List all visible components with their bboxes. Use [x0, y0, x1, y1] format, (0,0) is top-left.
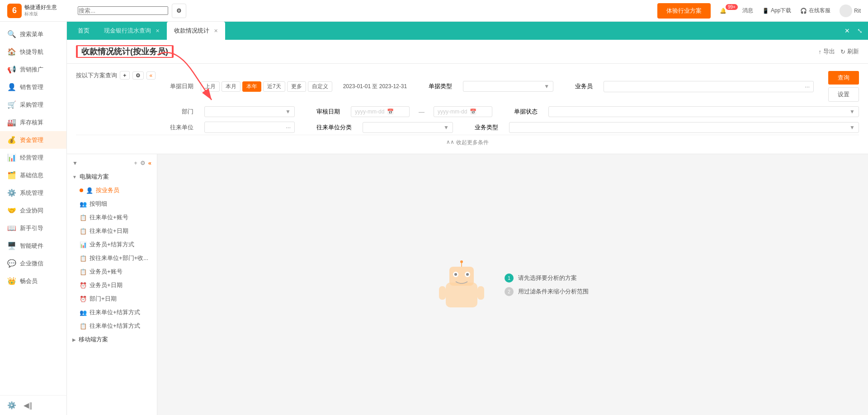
chart-icon-1: 📊 [80, 241, 87, 248]
svg-point-6 [466, 273, 469, 276]
sidebar-item-hardware[interactable]: 🖥️ 智能硬件 [0, 237, 66, 255]
left-panel: ▼ + ⚙ « ▼ 电脑端方案 👤 [67, 154, 157, 415]
tree-item-detail[interactable]: 👥 按明细 [67, 197, 157, 211]
tree-section-mobile: ▶ 移动端方案 [67, 333, 157, 346]
tab-collection-stat-close[interactable]: ✕ [214, 28, 218, 34]
sidebar-item-guide[interactable]: 📖 新手引导 [0, 219, 66, 237]
sidebar-item-member[interactable]: 👑 畅会员 [0, 272, 66, 290]
more-dots-salesperson: ··· [805, 83, 810, 90]
settings-btn[interactable]: 设置 [828, 87, 859, 102]
tree-item-sp-date[interactable]: ⏰ 业务员+日期 [67, 278, 157, 292]
trial-btn[interactable]: 体验行业方案 [657, 3, 711, 19]
online-service-btn[interactable]: 🎧 在线客服 [800, 7, 830, 14]
sidebar-item-finance[interactable]: 💰 资金管理 [0, 131, 66, 149]
sidebar-item-quicknav[interactable]: 🏠 快捷导航 [0, 43, 66, 61]
user-avatar-btn[interactable]: Rit [840, 5, 861, 17]
home-icon: 🏠 [7, 47, 16, 56]
header-right: 🔔 99+ 消息 📱 App下载 🎧 在线客服 Rit [720, 5, 861, 17]
sidebar-item-business[interactable]: 📊 经营管理 [0, 149, 66, 166]
counterpart-cat-select[interactable]: ▼ [363, 122, 453, 133]
sidebar-item-marketing[interactable]: 📢 营销推广 [0, 61, 66, 78]
sidebar-label-purchase: 采购管理 [20, 101, 43, 109]
tree-item-salesperson[interactable]: 👤 按业务员 [67, 184, 157, 197]
inventory-icon: 🏭 [7, 118, 16, 127]
tree-item-cp-dept[interactable]: 📋 按往来单位+部门+收... [67, 251, 157, 265]
export-btn[interactable]: ↑ 导出 [819, 47, 835, 56]
tree-item-salesperson-settle[interactable]: 📊 业务员+结算方式 [67, 238, 157, 251]
sidebar-item-inventory[interactable]: 🏭 库存核算 [0, 113, 66, 131]
tree-item-cp-settle3[interactable]: 📋 往来单位+结算方式 [67, 319, 157, 333]
doc-status-select[interactable]: ▼ [548, 106, 859, 117]
salesperson-select[interactable]: ··· [604, 81, 814, 92]
counterpart-input[interactable]: ··· [204, 122, 295, 133]
tab-home-label: 首页 [78, 27, 90, 35]
date-btn-custom[interactable]: 自定义 [308, 81, 332, 92]
tab-home[interactable]: 首页 [71, 22, 97, 40]
sidebar-item-basic[interactable]: 🗂️ 基础信息 [0, 166, 66, 184]
collapse-more-btn[interactable]: ∧∧ 收起更多条件 [76, 135, 859, 146]
date-btn-this-year[interactable]: 本年 [242, 81, 261, 92]
tab-collection-stat-label: 收款情况统计 [174, 27, 209, 35]
tab-bank-flow-close[interactable]: ✕ [156, 28, 160, 34]
chevron-down-dept: ▼ [285, 108, 291, 115]
biz-type-label: 业务类型 [475, 123, 498, 132]
tree-section-desktop: ▼ 电脑端方案 👤 按业务员 👥 按明细 📋 [67, 170, 157, 333]
doc-type-label: 单据类型 [429, 82, 452, 90]
panel-collapse-icon[interactable]: « [148, 160, 151, 166]
guide-icon: 📖 [7, 224, 16, 232]
scheme-collapse-btn[interactable]: « [146, 71, 156, 80]
review-date-from[interactable]: yyyy-mm-dd 📅 [351, 106, 410, 117]
sidebar-item-sales[interactable]: 👤 销售管理 [0, 78, 66, 96]
date-btn-last-month[interactable]: 上月 [201, 81, 220, 92]
app-download-btn[interactable]: 📱 App下载 [762, 7, 791, 14]
window-close-btn[interactable]: ✕ [843, 25, 852, 36]
refresh-btn[interactable]: ↻ 刷新 [840, 47, 859, 56]
sidebar-item-search[interactable]: 🔍 搜索菜单 [0, 25, 66, 43]
date-btn-more[interactable]: 更多 [287, 81, 306, 92]
sidebar-item-enterprise[interactable]: 🤝 企业协同 [0, 202, 66, 219]
tree-item-dept-date[interactable]: ⏰ 部门+日期 [67, 292, 157, 306]
query-btn[interactable]: 查询 [828, 71, 859, 85]
sidebar-settings-icon[interactable]: ⚙️ [7, 401, 16, 410]
tree-group-mobile[interactable]: ▶ 移动端方案 [67, 333, 157, 346]
tree-item-counterpart-account[interactable]: 📋 往来单位+账号 [67, 211, 157, 224]
export-icon: ↑ [819, 48, 822, 55]
sidebar-collapse-icon[interactable]: ◀‖ [24, 401, 33, 410]
review-date-label: 审核日期 [316, 108, 340, 116]
scheme-settings-btn[interactable]: ⚙ [132, 71, 144, 80]
messages-btn[interactable]: 🔔 99+ 消息 [720, 7, 753, 14]
sidebar-item-system[interactable]: ⚙️ 系统管理 [0, 184, 66, 202]
tab-collection-stat[interactable]: 收款情况统计 ✕ [167, 22, 225, 40]
more-dots-counterpart: ··· [286, 124, 291, 131]
dept-select[interactable]: ▼ [204, 106, 295, 117]
add-scheme-btn[interactable]: + [120, 71, 130, 80]
header-search-input[interactable] [78, 6, 168, 15]
tree-item-cp-settle2[interactable]: 👥 往来单位+结算方式 [67, 306, 157, 319]
date-btn-7days[interactable]: 近7天 [263, 81, 285, 92]
tab-bank-flow[interactable]: 现金银行流水查询 ✕ [97, 22, 167, 40]
review-date-to[interactable]: yyyy-mm-dd 📅 [434, 106, 492, 117]
right-content: 1 请先选择要分析的方案 2 用过滤条件来缩小分析范围 [157, 154, 868, 415]
sidebar-item-purchase[interactable]: 🛒 采购管理 [0, 96, 66, 113]
tree-item-counterpart-date[interactable]: 📋 往来单位+日期 [67, 224, 157, 238]
settings-gear-icon[interactable]: ⚙ [172, 4, 186, 18]
query-scheme-label: 按以下方案查询 [76, 71, 117, 80]
tree-item-dept-date-label: 部门+日期 [90, 295, 117, 303]
window-maximize-btn[interactable]: ⤡ [855, 25, 864, 36]
system-icon: ⚙️ [7, 189, 16, 197]
sidebar-label-marketing: 营销推广 [20, 66, 43, 74]
group-icon-2: 👥 [80, 309, 87, 316]
tree-group-desktop[interactable]: ▼ 电脑端方案 [67, 170, 157, 184]
doc-type-select[interactable]: ▼ [463, 81, 553, 92]
hint-step-2: 2 用过滤条件来缩小分析范围 [505, 287, 589, 296]
panel-config-icon[interactable]: ⚙ [140, 160, 146, 166]
sidebar-label-wechat: 企业微信 [20, 259, 43, 268]
tree-arrow-desktop: ▼ [72, 174, 77, 179]
sales-icon: 👤 [7, 83, 16, 91]
tree-item-sp-account[interactable]: 📋 业务员+账号 [67, 265, 157, 278]
date-btn-this-month[interactable]: 本月 [222, 81, 241, 92]
biz-type-select[interactable]: ▼ [509, 122, 859, 133]
sidebar-item-wechat[interactable]: 💬 企业微信 [0, 255, 66, 272]
finance-icon: 💰 [7, 136, 16, 144]
panel-add-icon[interactable]: + [134, 160, 137, 166]
